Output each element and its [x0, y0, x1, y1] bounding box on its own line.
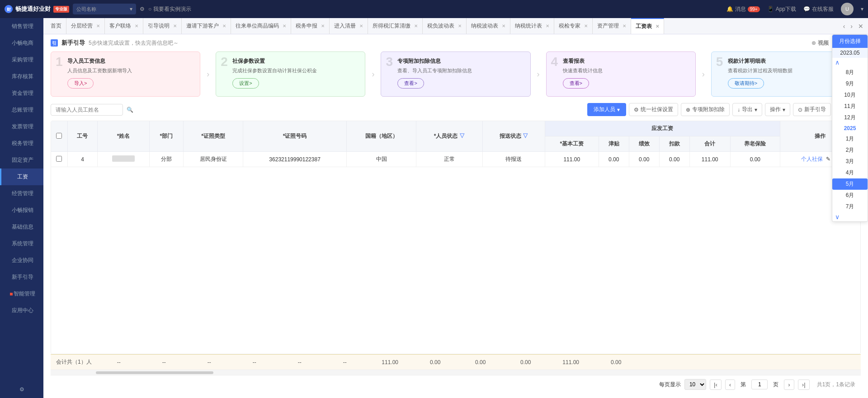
sidebar-item-sales[interactable]: 销售管理 [0, 18, 43, 35]
tab-tax-stats[interactable]: 纳税统计表 ✕ [510, 18, 554, 34]
month-item-11[interactable]: 11月 [832, 101, 868, 112]
guide-video-link[interactable]: ⊙ 视频 [811, 39, 828, 47]
add-employee-btn[interactable]: 添加人员 ▾ [587, 103, 626, 116]
month-item-9[interactable]: 9月 [832, 78, 868, 89]
tab-close-icon[interactable]: ✕ [96, 23, 100, 28]
sidebar-item-fixed-assets[interactable]: 固定资产 [0, 152, 43, 169]
per-page-select[interactable]: 10 20 50 [684, 379, 706, 390]
action-personal-insurance[interactable]: 个人社保 [801, 156, 823, 162]
sidebar-item-ai[interactable]: 智能管理 [0, 286, 43, 302]
step-btn-3[interactable]: 查看> [397, 78, 424, 89]
tab-register[interactable]: 进入清册 ✕ [330, 18, 368, 34]
user-avatar[interactable]: U [841, 3, 854, 15]
sidebar-item-inventory[interactable]: 库存核算 [0, 68, 43, 85]
report-status-filter-icon[interactable]: ▽ [523, 133, 528, 139]
th-checkbox[interactable] [51, 121, 67, 152]
sidebar-item-collab[interactable]: 企业协同 [0, 252, 43, 269]
tab-close-icon[interactable]: ✕ [414, 23, 418, 28]
tab-close-icon[interactable]: ✕ [458, 23, 462, 28]
sidebar-item-app-center[interactable]: 应用中心 [0, 302, 43, 319]
tab-close-icon[interactable]: ✕ [135, 23, 138, 28]
month-item-5[interactable]: 5月 [832, 178, 868, 190]
next-page-btn[interactable]: › [784, 379, 794, 390]
month-up-btn[interactable]: ∧ [835, 59, 840, 66]
demo-link[interactable]: ○ 我要看实例演示 [148, 5, 191, 13]
month-item-1[interactable]: 1月 [832, 133, 868, 145]
tab-close-icon[interactable]: ✕ [359, 23, 363, 28]
tabs-next-icon[interactable]: › [849, 22, 854, 31]
step-btn-4[interactable]: 查看> [563, 78, 589, 89]
tab-close-icon[interactable]: ✕ [222, 23, 226, 28]
month-down-btn[interactable]: ∨ [835, 213, 840, 220]
month-item-3[interactable]: 3月 [832, 156, 868, 167]
sidebar-item-tax[interactable]: 税务管理 [0, 135, 43, 152]
company-dropdown-icon[interactable]: ▾ [130, 6, 132, 12]
action-edit-icon[interactable]: ✎ [826, 156, 830, 162]
tab-guide-desc[interactable]: 引导说明 ✕ [143, 18, 182, 34]
tab-income-tax[interactable]: 所得税汇算清缴 ✕ [368, 18, 423, 34]
tabs-close-all-icon[interactable]: ✕ [856, 22, 865, 31]
horizontal-scrollbar[interactable] [51, 370, 861, 375]
search-icon[interactable]: 🔍 [127, 107, 133, 113]
select-all-checkbox[interactable] [56, 133, 62, 139]
tab-tax-expert[interactable]: 税检专家 ✕ [554, 18, 593, 34]
sidebar-item-expense[interactable]: 小畅报销 [0, 202, 43, 219]
tab-close-icon[interactable]: ✕ [623, 23, 626, 28]
personnel-status-filter-icon[interactable]: ▽ [459, 133, 465, 139]
search-input[interactable] [51, 104, 123, 116]
export-btn[interactable]: ↓ 导出 ▾ [732, 103, 762, 116]
app-download-btn[interactable]: 📱 App下载 [767, 5, 796, 13]
month-item-10[interactable]: 10月 [832, 89, 868, 101]
step-btn-5[interactable]: 敬请期待> [728, 78, 764, 89]
tab-assets[interactable]: 资产管理 ✕ [593, 18, 631, 34]
sidebar-item-ecommerce[interactable]: 小畅电商 [0, 35, 43, 52]
step-btn-2[interactable]: 设置> [232, 78, 259, 89]
tab-payroll[interactable]: 工资表 ✕ [631, 18, 664, 34]
tab-close-icon[interactable]: ✕ [546, 23, 549, 28]
month-item-2[interactable]: 2月 [832, 145, 868, 156]
tab-product-code[interactable]: 往来单位商品编码 ✕ [231, 18, 291, 34]
tab-tax-burden[interactable]: 税负波动表 ✕ [423, 18, 467, 34]
tab-invite[interactable]: 邀请下游客户 ✕ [182, 18, 231, 34]
tab-close-icon[interactable]: ✕ [321, 23, 325, 28]
tab-close-icon[interactable]: ✕ [173, 23, 177, 28]
month-item-4[interactable]: 4月 [832, 167, 868, 178]
unified-settings-btn[interactable]: ⚙ 统一社保设置 [629, 103, 678, 116]
online-service-btn[interactable]: 💬 在线客服 [803, 5, 834, 13]
special-deduction-btn[interactable]: ⊕ 专项附加扣除 [681, 103, 730, 116]
tab-close-icon[interactable]: ✕ [502, 23, 505, 28]
notification-btn[interactable]: 🔔 消息 99+ [726, 5, 760, 13]
step-btn-1[interactable]: 导入> [67, 78, 94, 89]
sidebar-item-purchase[interactable]: 采购管理 [0, 52, 43, 68]
settings-icon[interactable]: ⚙ [140, 6, 145, 12]
sidebar-item-payroll[interactable]: 工资 [0, 169, 43, 185]
tab-tax-wave[interactable]: 纳税波动表 ✕ [467, 18, 510, 34]
sidebar-gear-btn[interactable]: ⚙ [0, 381, 43, 398]
month-item-8[interactable]: 8月 [832, 67, 868, 78]
month-item-6[interactable]: 6月 [832, 190, 868, 201]
sidebar-item-guide[interactable]: 新手引导 [0, 269, 43, 286]
sidebar-item-basic-info[interactable]: 基础信息 [0, 219, 43, 235]
tab-close-icon[interactable]: ✕ [283, 23, 286, 28]
tab-customer[interactable]: 客户联络 ✕ [105, 18, 143, 34]
last-page-btn[interactable]: ›| [798, 379, 810, 390]
tab-home[interactable]: 首页 [46, 18, 66, 34]
sidebar-item-finance[interactable]: 资金管理 [0, 85, 43, 102]
sidebar-item-system[interactable]: 系统管理 [0, 235, 43, 252]
operations-btn[interactable]: 操作 ▾ [765, 103, 790, 116]
month-item-7[interactable]: 7月 [832, 201, 868, 212]
row-checkbox[interactable] [56, 156, 62, 162]
first-page-btn[interactable]: |‹ [710, 379, 722, 390]
month-item-12[interactable]: 12月 [832, 112, 868, 123]
tab-close-icon[interactable]: ✕ [656, 24, 659, 29]
sidebar-item-ledger[interactable]: 总账管理 [0, 102, 43, 118]
prev-page-btn[interactable]: ‹ [725, 379, 735, 390]
tabs-prev-icon[interactable]: ‹ [841, 22, 847, 31]
sidebar-item-invoice[interactable]: 发票管理 [0, 118, 43, 135]
company-selector[interactable]: 公司名称 [76, 6, 96, 13]
tab-layered[interactable]: 分层经营 ✕ [66, 18, 105, 34]
tab-tax-report[interactable]: 税务申报 ✕ [291, 18, 330, 34]
sidebar-item-operations[interactable]: 经营管理 [0, 185, 43, 202]
year-display[interactable]: 2023.05 [832, 48, 868, 58]
page-input[interactable] [751, 379, 768, 389]
